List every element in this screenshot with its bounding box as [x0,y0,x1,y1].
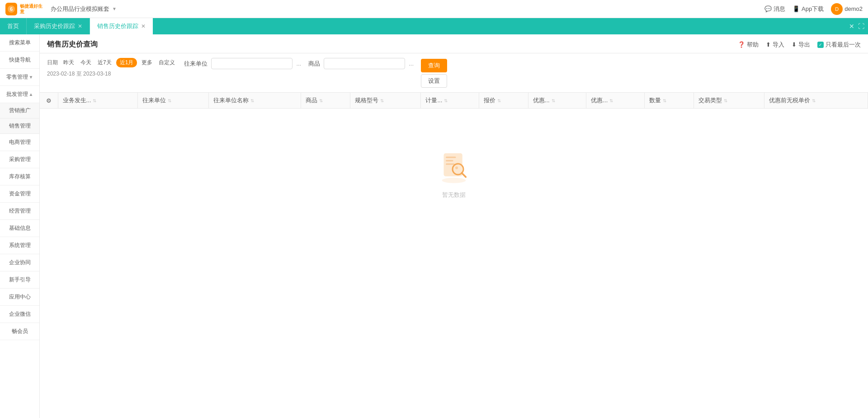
tab-purchase-history-close-icon[interactable]: ✕ [78,23,82,29]
header-actions: 💬 消息 📱 App下载 D demo2 [764,3,863,15]
page-header: 销售历史价查询 ❓ 帮助 ⬆ 导入 ⬇ 导出 ✓ [40,34,868,53]
sidebar-item-sales-mgmt[interactable]: 销售管理 [0,119,39,134]
col-spec[interactable]: 规格型号 ⇅ [350,93,421,109]
sidebar-item-finance-label: 资金管理 [9,190,31,197]
svg-rect-4 [446,157,456,158]
sidebar-item-wechat[interactable]: 企业微信 [0,306,39,323]
col-quote[interactable]: 报价 ⇅ [479,93,528,109]
col-partner-code[interactable]: 往来单位 ⇅ [138,93,209,109]
partner-picker-icon[interactable]: ... [296,60,301,67]
sidebar-item-purchase[interactable]: 采购管理 [0,151,39,168]
col-biz-date-label: 业务发生... [63,96,91,104]
message-button[interactable]: 💬 消息 [764,5,785,13]
sidebar-item-app-center-label: 应用中心 [9,294,31,300]
col-biz-date-sort-icon: ⇅ [93,98,96,103]
username-label: demo2 [844,5,863,12]
tab-fullscreen-icon[interactable]: ⛶ [858,23,864,30]
shortcut-custom[interactable]: 自定义 [157,58,177,67]
sidebar-item-basic-info[interactable]: 基础信息 [0,220,39,237]
shortcut-yesterday[interactable]: 昨天 [61,58,76,67]
col-qty-label: 数量 [649,96,661,104]
col-discount2-label: 优惠... [591,96,608,104]
sidebar-item-operations-label: 经营管理 [9,208,31,214]
sidebar-item-basic-info-label: 基础信息 [9,225,31,231]
sidebar-item-quick-nav[interactable]: 快捷导航 [0,52,39,69]
main-layout: 搜索菜单 快捷导航 零售管理 ▼ 批发管理 ▲ 营销推广 销售管理 电商管理 采… [0,34,868,418]
col-trade-type[interactable]: 交易类型 ⇅ [693,93,764,109]
page-container: 销售历史价查询 ❓ 帮助 ⬆ 导入 ⬇ 导出 ✓ [40,34,868,418]
help-button[interactable]: ❓ 帮助 [738,41,759,49]
sidebar-item-member[interactable]: 畅会员 [0,323,39,340]
sidebar-item-quick-nav-label: 快捷导航 [9,57,31,63]
col-discount2[interactable]: 优惠... ⇅ [586,93,645,109]
sidebar-item-enterprise[interactable]: 企业协同 [0,254,39,271]
date-shortcuts: 昨天 今天 近7天 近1月 更多 自定义 [61,58,177,67]
logo: 6 畅捷通好生意 [5,3,45,15]
goods-input[interactable] [324,58,405,69]
partner-input[interactable] [211,58,292,69]
export-button[interactable]: ⬇ 导出 [792,41,810,49]
setting-button[interactable]: 设置 [421,74,447,88]
table-area: ⚙ 业务发生... ⇅ 往来单位 [40,93,868,418]
workspace-selector[interactable]: 办公用品行业模拟账套 ▼ [51,5,759,13]
sidebar-item-system[interactable]: 系统管理 [0,237,39,254]
col-unit[interactable]: 计量... ⇅ [421,93,479,109]
goods-picker-icon[interactable]: ... [409,60,414,67]
col-partner-name[interactable]: 往来单位名称 ⇅ [208,93,301,109]
col-discount1[interactable]: 优惠... ⇅ [528,93,586,109]
sidebar-item-inventory[interactable]: 库存核算 [0,168,39,185]
tab-sales-history-label: 销售历史价跟踪 [97,22,138,30]
col-discount1-label: 优惠... [533,96,550,104]
shortcut-more[interactable]: 更多 [140,58,154,67]
sidebar-item-member-label: 畅会员 [12,328,28,334]
only-last-checkbox[interactable]: ✓ [817,42,824,48]
shortcut-today[interactable]: 今天 [79,58,93,67]
shortcut-last1m[interactable]: 近1月 [116,58,137,67]
tab-close-all-icon[interactable]: ✕ [849,23,854,30]
filter-bar: 日期 昨天 今天 近7天 近1月 更多 自定义 2023-02-18 至 202… [40,53,868,93]
sidebar-item-newbie[interactable]: 新手引导 [0,271,39,289]
sidebar-item-app-center[interactable]: 应用中心 [0,289,39,306]
col-quote-label: 报价 [484,96,495,104]
col-discount1-sort-icon: ⇅ [552,98,555,103]
sidebar-item-marketing[interactable]: 营销推广 [0,103,39,119]
sidebar-item-finance[interactable]: 资金管理 [0,185,39,203]
col-partner-code-label: 往来单位 [142,96,166,104]
sidebar-retail-chevron-down-icon: ▼ [29,75,33,80]
page-title: 销售历史价查询 [47,40,98,49]
col-partner-code-sort-icon: ⇅ [168,98,171,103]
col-biz-date[interactable]: 业务发生... ⇅ [58,93,138,109]
app-download-button[interactable]: 📱 App下载 [793,5,824,13]
sidebar-item-retail-label: 零售管理 [6,73,28,81]
sidebar-item-wholesale[interactable]: 批发管理 ▲ [0,86,39,103]
sidebar-item-retail[interactable]: 零售管理 ▼ [0,69,39,86]
import-button[interactable]: ⬆ 导入 [766,41,784,49]
tab-purchase-history[interactable]: 采购历史价跟踪 ✕ [27,18,90,34]
user-menu[interactable]: D demo2 [831,3,863,15]
col-goods[interactable]: 商品 ⇅ [301,93,350,109]
only-last-label: 只看最后一次 [826,41,861,49]
sidebar-item-search[interactable]: 搜索菜单 [0,34,39,52]
data-table: ⚙ 业务发生... ⇅ 往来单位 [40,93,868,109]
shortcut-last7[interactable]: 近7天 [96,58,113,67]
col-unit-sort-icon: ⇅ [444,98,448,103]
col-partner-name-label: 往来单位名称 [213,96,249,104]
col-pre-tax-price[interactable]: 优惠前无税单价 ⇅ [764,93,868,109]
tab-sales-history[interactable]: 销售历史价跟踪 ✕ [90,18,153,34]
svg-point-2 [442,178,466,183]
workspace-label: 办公用品行业模拟账套 [51,5,109,13]
help-label: 帮助 [747,41,759,49]
sidebar-item-operations[interactable]: 经营管理 [0,203,39,220]
only-last-checkbox-group[interactable]: ✓ 只看最后一次 [817,41,861,49]
col-settings[interactable]: ⚙ [40,93,58,109]
col-goods-label: 商品 [306,96,317,104]
table-header-row: ⚙ 业务发生... ⇅ 往来单位 [40,93,868,109]
tab-home[interactable]: 首页 [0,18,27,34]
date-filter-group: 日期 昨天 今天 近7天 近1月 更多 自定义 2023-02-18 至 202… [47,58,177,78]
tab-bar-right: ✕ ⛶ [849,23,868,30]
sidebar-item-wholesale-label: 批发管理 [6,90,28,98]
sidebar-item-ecommerce[interactable]: 电商管理 [0,134,39,151]
tab-sales-history-close-icon[interactable]: ✕ [141,23,146,29]
col-qty[interactable]: 数量 ⇅ [645,93,694,109]
query-button[interactable]: 查询 [421,59,447,72]
